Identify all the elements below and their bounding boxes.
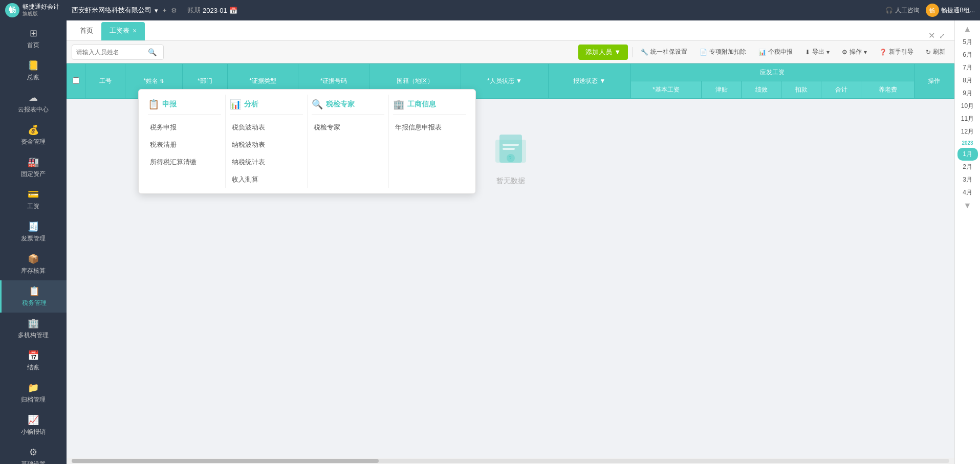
month-11[interactable]: 11月 bbox=[957, 113, 978, 125]
dropdown-item-annual-report[interactable]: 年报信息申报表 bbox=[393, 119, 466, 136]
sidebar-item-tax[interactable]: 📋 税务管理 bbox=[0, 280, 67, 313]
special-deduction-button[interactable]: 📄 专项附加扣除 bbox=[695, 46, 750, 58]
add-person-button[interactable]: 添加人员 ▼ bbox=[578, 45, 628, 60]
sidebar-item-fixed-assets[interactable]: 🏭 固定资产 bbox=[0, 151, 67, 184]
year-label: 2023 bbox=[957, 138, 978, 148]
right-panel-down[interactable]: ▼ bbox=[962, 199, 974, 212]
header-pension: 养老费 bbox=[861, 81, 914, 99]
salary-icon: 💳 bbox=[28, 189, 39, 200]
tab-home[interactable]: 首页 bbox=[72, 22, 101, 40]
sidebar-item-multi-org[interactable]: 🏢 多机构管理 bbox=[0, 313, 67, 345]
dropdown-item-tax-declaration[interactable]: 税务申报 bbox=[148, 119, 221, 136]
dropdown-item-tax-burden[interactable]: 税负波动表 bbox=[230, 119, 303, 136]
calendar-icon[interactable]: 📅 bbox=[229, 7, 237, 14]
sidebar-item-basic-settings[interactable]: ⚙ 基础设置 bbox=[0, 441, 67, 464]
tab-salary-label: 工资表 bbox=[110, 26, 129, 35]
header-operation: 操作 bbox=[914, 64, 954, 99]
operation-button[interactable]: ⚙ 操作 ▾ bbox=[838, 46, 871, 58]
search-icon: 🔍 bbox=[148, 48, 157, 56]
dropdown-item-income-tax[interactable]: 所得税汇算清缴 bbox=[148, 153, 221, 171]
inventory-icon: 📦 bbox=[28, 253, 39, 264]
sidebar: ⊞ 首页 📒 总账 ☁ 云报表中心 💰 资金管理 🏭 固定资产 💳 工资 🧾 发… bbox=[0, 20, 67, 464]
right-panel-up[interactable]: ▲ bbox=[962, 23, 974, 36]
sidebar-item-home[interactable]: ⊞ 首页 bbox=[0, 23, 67, 55]
sidebar-label-cloud-report: 云报表中心 bbox=[18, 105, 49, 114]
deduction-icon: 📄 bbox=[700, 49, 707, 56]
avatar: 畅 bbox=[926, 4, 939, 17]
sidebar-item-salary[interactable]: 💳 工资 bbox=[0, 184, 67, 216]
month-1-active[interactable]: 1月 bbox=[957, 148, 978, 161]
sidebar-item-inventory[interactable]: 📦 库存核算 bbox=[0, 248, 67, 280]
refresh-button[interactable]: ↻ 刷新 bbox=[922, 46, 949, 58]
sidebar-label-salary: 工资 bbox=[27, 202, 39, 211]
month-10[interactable]: 10月 bbox=[957, 100, 978, 113]
personal-tax-button[interactable]: 📊 个税申报 bbox=[754, 46, 797, 58]
app-logo: 畅 畅捷通好会计 旗舰版 bbox=[5, 3, 67, 17]
month-8[interactable]: 8月 bbox=[957, 74, 978, 87]
export-dropdown-icon[interactable]: ▾ bbox=[826, 49, 830, 56]
sidebar-label-fixed-assets: 固定资产 bbox=[21, 170, 46, 179]
company-selector[interactable]: 西安虾米网络科技有限公司 ▾ ＋ ⚙ bbox=[72, 6, 177, 15]
month-3[interactable]: 3月 bbox=[957, 173, 978, 186]
add-company-icon[interactable]: ＋ bbox=[161, 6, 168, 15]
sidebar-item-general-ledger[interactable]: 📒 总账 bbox=[0, 55, 67, 87]
deduction-label: 专项附加扣除 bbox=[709, 48, 746, 56]
export-button[interactable]: ⬇ 导出 ▾ bbox=[801, 46, 834, 58]
dropdown-header-analysis: 📊 分析 bbox=[230, 95, 303, 115]
scroll-thumb[interactable] bbox=[72, 459, 379, 463]
month-9[interactable]: 9月 bbox=[957, 87, 978, 100]
month-4[interactable]: 4月 bbox=[957, 186, 978, 199]
help-button[interactable]: 🎧 人工咨询 bbox=[885, 6, 920, 15]
social-icon: 🔧 bbox=[641, 49, 648, 56]
social-insurance-button[interactable]: 🔧 统一社保设置 bbox=[637, 46, 691, 58]
month-5[interactable]: 5月 bbox=[957, 36, 978, 49]
tab-home-label: 首页 bbox=[80, 27, 93, 34]
month-12[interactable]: 12月 bbox=[957, 125, 978, 138]
dropdown-item-tax-payment[interactable]: 纳税波动表 bbox=[230, 136, 303, 153]
search-input-wrap[interactable]: 🔍 bbox=[72, 45, 164, 60]
app-sub: 旗舰版 bbox=[23, 10, 59, 17]
home-icon: ⊞ bbox=[30, 28, 37, 39]
sidebar-item-sales[interactable]: 📈 小畅报销 bbox=[0, 409, 67, 441]
new-guide-label: 新手引导 bbox=[889, 48, 913, 56]
new-guide-button[interactable]: ❓ 新手引导 bbox=[875, 46, 918, 58]
settings-icon[interactable]: ⚙ bbox=[171, 7, 177, 14]
scroll-track[interactable] bbox=[72, 459, 949, 463]
month-2[interactable]: 2月 bbox=[957, 161, 978, 173]
sidebar-label-basic-settings: 基础设置 bbox=[21, 460, 46, 464]
select-all-checkbox[interactable] bbox=[73, 77, 79, 84]
month-6[interactable]: 6月 bbox=[957, 49, 978, 61]
personal-tax-icon: 📊 bbox=[758, 49, 766, 56]
refresh-icon: ↻ bbox=[926, 49, 931, 56]
period-selector[interactable]: 账期 2023-01 📅 bbox=[187, 6, 237, 15]
add-dropdown-arrow[interactable]: ▼ bbox=[614, 48, 621, 56]
operation-dropdown-icon[interactable]: ▾ bbox=[864, 49, 867, 56]
archive-icon: 📁 bbox=[28, 382, 39, 393]
sidebar-label-close: 结账 bbox=[27, 363, 39, 372]
declaration-title: 申报 bbox=[162, 100, 177, 109]
sidebar-item-invoice[interactable]: 🧾 发票管理 bbox=[0, 216, 67, 248]
business-title: 工商信息 bbox=[407, 100, 436, 109]
user-menu[interactable]: 畅 畅捷通B组... bbox=[926, 4, 975, 17]
bottom-scrollbar[interactable] bbox=[67, 458, 954, 464]
company-dropdown-icon[interactable]: ▾ bbox=[155, 7, 158, 14]
tab-bar-close-icon[interactable]: ✕ bbox=[928, 31, 935, 40]
sidebar-item-close[interactable]: 📅 结账 bbox=[0, 345, 67, 377]
tab-bar-restore-icon[interactable]: ⤢ bbox=[939, 32, 945, 40]
tab-close-button[interactable]: × bbox=[133, 27, 137, 35]
dropdown-item-income-calc[interactable]: 收入测算 bbox=[230, 171, 303, 188]
month-7[interactable]: 7月 bbox=[957, 61, 978, 74]
ledger-icon: 📒 bbox=[28, 60, 39, 71]
dropdown-item-tax-table[interactable]: 税表清册 bbox=[148, 136, 221, 153]
search-input[interactable] bbox=[76, 49, 148, 56]
sidebar-item-cloud-report[interactable]: ☁ 云报表中心 bbox=[0, 87, 67, 119]
sidebar-item-fund[interactable]: 💰 资金管理 bbox=[0, 119, 67, 151]
tax-expert-title: 税检专家 bbox=[326, 100, 355, 109]
dropdown-item-tax-expert[interactable]: 税检专家 bbox=[312, 119, 385, 136]
top-bar: 畅 畅捷通好会计 旗舰版 西安虾米网络科技有限公司 ▾ ＋ ⚙ 账期 2023-… bbox=[0, 0, 980, 20]
headset-icon: 🎧 bbox=[885, 7, 893, 14]
dropdown-item-tax-stats[interactable]: 纳税统计表 bbox=[230, 153, 303, 171]
sidebar-item-archive[interactable]: 📁 归档管理 bbox=[0, 377, 67, 409]
tab-salary[interactable]: 工资表 × bbox=[101, 22, 145, 40]
invoice-icon: 🧾 bbox=[28, 221, 39, 232]
